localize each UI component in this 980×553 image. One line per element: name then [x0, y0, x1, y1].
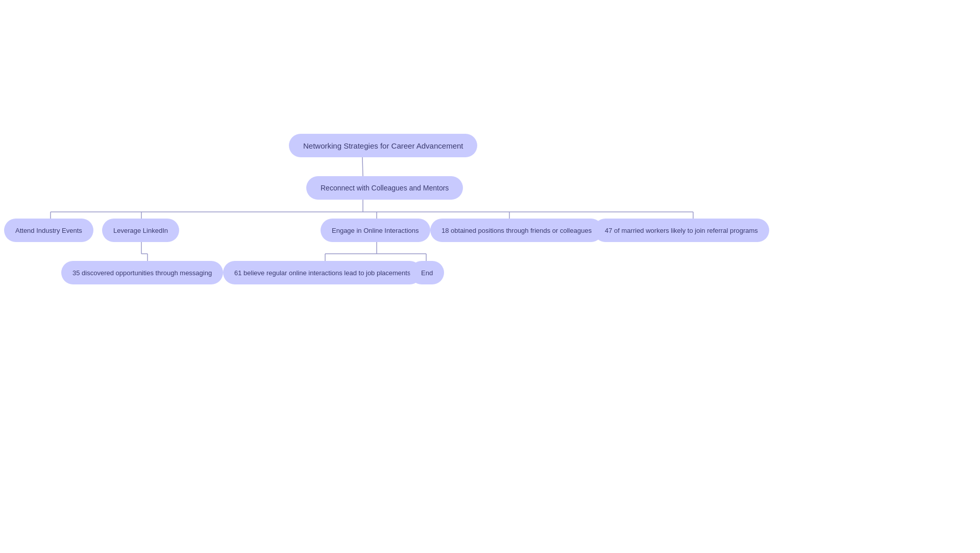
node-leverage[interactable]: Leverage LinkedIn	[102, 219, 179, 242]
node-married[interactable]: 47 of married workers likely to join ref…	[594, 219, 769, 242]
node-root[interactable]: Networking Strategies for Career Advance…	[289, 134, 477, 157]
node-obtained[interactable]: 18 obtained positions through friends or…	[430, 219, 603, 242]
node-believe[interactable]: 61 believe regular online interactions l…	[223, 261, 422, 284]
node-end[interactable]: End	[410, 261, 444, 284]
diagram-container: Networking Strategies for Career Advance…	[0, 0, 980, 553]
node-engage[interactable]: Engage in Online Interactions	[321, 219, 430, 242]
node-discovered[interactable]: 35 discovered opportunities through mess…	[61, 261, 223, 284]
node-reconnect[interactable]: Reconnect with Colleagues and Mentors	[306, 176, 463, 200]
svg-line-0	[362, 157, 363, 176]
node-attend[interactable]: Attend Industry Events	[4, 219, 93, 242]
